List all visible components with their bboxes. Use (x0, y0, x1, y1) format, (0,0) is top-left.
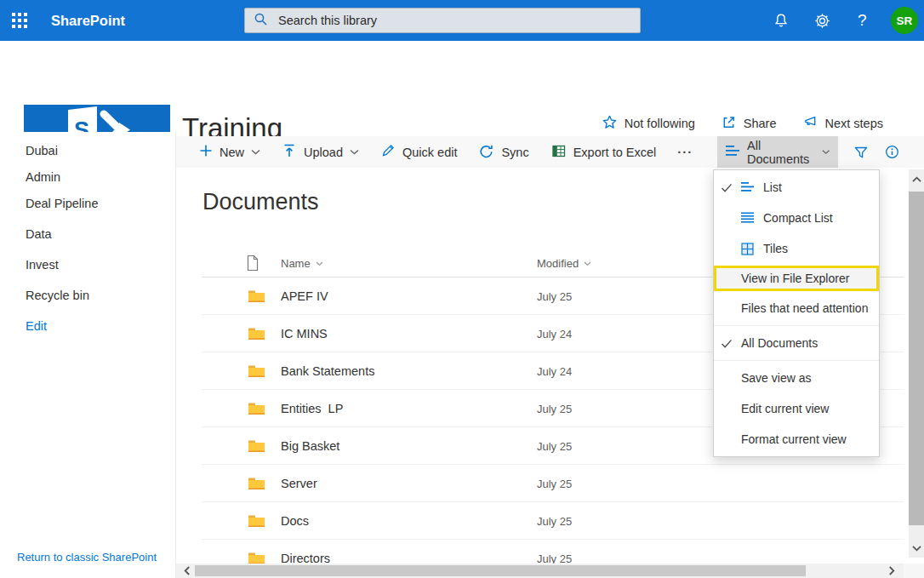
sidebar-item-invest[interactable]: Invest (26, 258, 59, 275)
view-selector-label: All Documents (747, 139, 815, 166)
menu-item-format-current-view[interactable]: Format current view (714, 424, 879, 455)
tiles-icon (741, 243, 763, 255)
menu-item-all-documents[interactable]: All Documents (714, 328, 879, 358)
row-name[interactable]: Bank Statements (281, 364, 374, 378)
chevron-down-icon (822, 149, 830, 155)
export-label: Export to Excel (573, 146, 657, 159)
row-name[interactable]: Server (281, 477, 317, 490)
sidebar-item-dubai[interactable]: Dubai (26, 144, 58, 161)
search-box[interactable] (244, 8, 641, 33)
folder-icon (248, 402, 265, 419)
library-heading: Documents (202, 189, 319, 215)
not-following-button[interactable]: Not following (602, 114, 695, 133)
menu-divider (714, 360, 879, 361)
sidebar-item-recycle-bin[interactable]: Recycle bin (26, 289, 89, 306)
menu-divider (714, 325, 879, 326)
command-bar-left: New Upload Quick edit (176, 136, 693, 168)
sharepoint-library-page: SharePoint ? S (0, 0, 924, 578)
menu-item-view-in-file-explorer[interactable]: View in File Explorer (714, 266, 879, 291)
sidebar-item-edit[interactable]: Edit (26, 319, 47, 336)
modified-header-label: Modified (537, 257, 579, 270)
row-name[interactable]: APEF IV (281, 289, 328, 303)
chevron-down-icon (251, 149, 260, 155)
vertical-scrollbar[interactable] (909, 169, 924, 558)
name-header-label: Name (281, 257, 311, 270)
scroll-left-arrow-icon[interactable] (180, 564, 193, 578)
menu-item-label: Format current view (741, 432, 847, 446)
vertical-scrollbar-thumb[interactable] (909, 192, 924, 525)
menu-item-label: Files that need attention (741, 301, 868, 315)
menu-item-label: Compact List (763, 211, 833, 225)
search-input[interactable] (277, 13, 631, 28)
horizontal-scrollbar[interactable] (176, 564, 904, 578)
info-icon[interactable] (884, 144, 900, 163)
folder-icon (248, 364, 265, 381)
menu-item-save-view-as[interactable]: Save view as (714, 363, 879, 393)
megaphone-icon (802, 114, 818, 133)
table-row[interactable]: Server July 25 (202, 465, 904, 502)
brand-text: SharePoint (51, 0, 125, 41)
menu-item-label: All Documents (741, 336, 818, 350)
table-row[interactable]: Docs July 25 (202, 502, 904, 540)
settings-gear-icon[interactable] (813, 0, 831, 41)
new-button[interactable]: New (199, 144, 260, 160)
site-header: S Training Not following (0, 41, 924, 132)
share-button[interactable]: Share (721, 114, 777, 133)
menu-item-tiles[interactable]: Tiles (714, 233, 879, 264)
column-header-modified[interactable]: Modified (537, 257, 591, 270)
not-following-label: Not following (625, 117, 695, 130)
excel-grid-icon (550, 143, 567, 162)
return-to-classic-link[interactable]: Return to classic SharePoint (17, 551, 157, 564)
sidebar-item-deal-pipeline[interactable]: Deal Pipeline (26, 197, 98, 214)
chevron-down-icon (350, 149, 359, 155)
sync-button[interactable]: Sync (478, 143, 528, 162)
scroll-up-arrow-icon[interactable] (909, 171, 924, 186)
sidebar-item-data[interactable]: Data (26, 227, 52, 244)
list-icon (741, 181, 763, 193)
row-name[interactable]: IC MINS (281, 327, 328, 341)
menu-item-label: Edit current view (741, 402, 829, 415)
menu-item-edit-current-view[interactable]: Edit current view (714, 393, 879, 424)
export-to-excel-button[interactable]: Export to Excel (550, 143, 657, 162)
header-actions: Not following Share Next steps (602, 114, 883, 133)
column-header-name[interactable]: Name (281, 257, 323, 270)
menu-item-label: View in File Explorer (741, 272, 849, 285)
view-selector-button[interactable]: All Documents (717, 136, 838, 168)
menu-item-files-that-need-attention[interactable]: Files that need attention (714, 293, 879, 323)
scroll-right-arrow-icon[interactable] (885, 564, 898, 578)
row-name[interactable]: Entities LP (281, 402, 343, 415)
left-navigation: Dubai Admin Deal Pipeline Data Invest Re… (0, 132, 176, 578)
row-modified: July 25 (537, 440, 572, 453)
upload-button[interactable]: Upload (282, 143, 359, 161)
notifications-bell-icon[interactable] (773, 0, 790, 41)
check-icon (721, 339, 741, 348)
folder-icon (248, 514, 265, 531)
overflow-ellipsis-button[interactable]: ··· (677, 145, 693, 159)
row-name[interactable]: Big Basket (281, 439, 339, 453)
scrollbar-corner (904, 564, 924, 578)
upload-icon (282, 143, 297, 161)
list-view-icon (726, 145, 740, 160)
sidebar-item-admin[interactable]: Admin (26, 170, 60, 187)
check-icon (721, 183, 741, 192)
folder-icon (248, 289, 265, 306)
quick-edit-button[interactable]: Quick edit (380, 143, 457, 161)
horizontal-scrollbar-thumb[interactable] (195, 565, 806, 576)
sync-label: Sync (501, 146, 528, 159)
filter-icon[interactable] (853, 144, 870, 163)
quick-edit-label: Quick edit (402, 146, 457, 159)
row-modified: July 25 (537, 515, 572, 528)
next-steps-button[interactable]: Next steps (802, 114, 884, 133)
avatar-initials: SR (897, 14, 913, 27)
document-type-icon (246, 255, 260, 274)
row-name[interactable]: Docs (281, 514, 309, 528)
menu-item-label: Tiles (763, 242, 788, 255)
scroll-down-arrow-icon[interactable] (909, 541, 924, 556)
sync-icon (478, 143, 494, 162)
app-launcher-waffle-icon[interactable] (11, 12, 28, 29)
menu-item-label: Save view as (741, 371, 811, 385)
avatar[interactable]: SR (891, 7, 918, 34)
menu-item-compact-list[interactable]: Compact List (714, 203, 879, 233)
menu-item-list[interactable]: List (714, 172, 879, 203)
help-icon[interactable]: ? (858, 0, 867, 41)
